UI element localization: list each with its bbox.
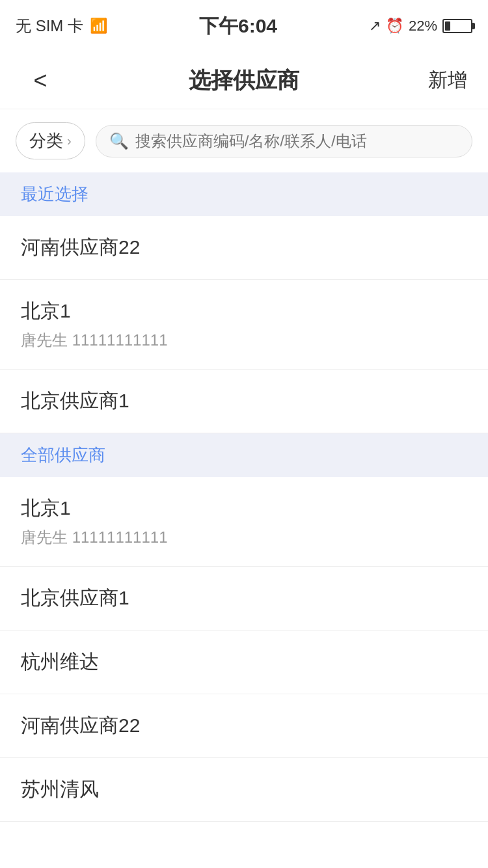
battery-percent: 22% (409, 18, 437, 34)
status-bar: 无 SIM 卡 📶 下午6:04 ↗ ⏰ 22% (0, 0, 488, 52)
status-time: 下午6:04 (199, 13, 277, 40)
list-item[interactable]: 北京供应商1 (0, 567, 488, 631)
item-name: 杭州维达 (21, 649, 467, 675)
category-button[interactable]: 分类 › (16, 122, 85, 159)
category-label: 分类 (29, 129, 63, 152)
list-item[interactable]: 河南供应商22 (0, 216, 488, 280)
search-icon: 🔍 (109, 132, 129, 150)
item-name: 北京供应商1 (21, 388, 467, 414)
nav-bar: < 选择供应商 新增 (0, 52, 488, 109)
item-sub: 唐先生 11111111111 (21, 330, 467, 351)
status-right: ↗ ⏰ 22% (369, 18, 472, 34)
list-item[interactable]: 北京1唐先生 11111111111 (0, 477, 488, 567)
search-input[interactable] (135, 132, 459, 150)
alarm-icon: ⏰ (386, 18, 403, 34)
item-name: 北京1 (21, 298, 467, 325)
recent-list: 河南供应商22北京1唐先生 11111111111北京供应商1 (0, 216, 488, 433)
all-list: 北京1唐先生 11111111111北京供应商1杭州维达河南供应商22苏州清风 (0, 477, 488, 822)
list-item[interactable]: 杭州维达 (0, 631, 488, 694)
list-item[interactable]: 北京1唐先生 11111111111 (0, 280, 488, 370)
sim-text: 无 SIM 卡 (16, 16, 83, 36)
list-item[interactable]: 河南供应商22 (0, 694, 488, 758)
search-input-wrapper[interactable]: 🔍 (96, 125, 472, 157)
item-sub: 唐先生 11111111111 (21, 527, 467, 548)
item-name: 河南供应商22 (21, 234, 467, 261)
item-name: 苏州清风 (21, 776, 467, 803)
new-action-button[interactable]: 新增 (428, 67, 467, 94)
recent-section-header: 最近选择 (0, 172, 488, 216)
battery-icon (442, 19, 472, 33)
list-item[interactable]: 北京供应商1 (0, 370, 488, 433)
all-section-header: 全部供应商 (0, 433, 488, 477)
item-name: 北京1 (21, 495, 467, 522)
nav-title: 选择供应商 (189, 66, 299, 96)
wifi-icon: 📶 (90, 18, 107, 34)
item-name: 北京供应商1 (21, 585, 467, 612)
item-name: 河南供应商22 (21, 712, 467, 739)
list-item[interactable]: 苏州清风 (0, 758, 488, 822)
recent-section-label: 最近选择 (21, 184, 88, 204)
back-button[interactable]: < (21, 67, 60, 94)
search-area: 分类 › 🔍 (0, 109, 488, 172)
chevron-right-icon: › (67, 133, 72, 148)
all-section-label: 全部供应商 (21, 445, 105, 465)
status-left: 无 SIM 卡 📶 (16, 16, 107, 36)
location-icon: ↗ (369, 18, 381, 34)
